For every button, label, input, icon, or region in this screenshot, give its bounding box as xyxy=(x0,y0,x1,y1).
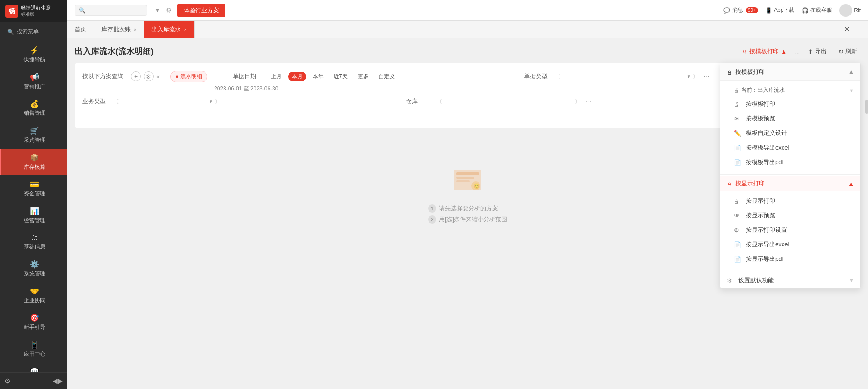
tab-flow-close[interactable]: × xyxy=(184,27,186,32)
search-menu-label: 搜索菜单 xyxy=(17,28,39,35)
sidebar-item-wechat[interactable]: 💬 企业微信 xyxy=(0,363,67,372)
dropdown-display-pdf[interactable]: 📄 按显示导出pdf xyxy=(720,252,860,266)
tab-expand-btn[interactable]: ⛶ xyxy=(853,24,864,35)
tab-flow-label: 出入库流水 xyxy=(151,25,181,34)
tab-flow[interactable]: 出入库流水 × xyxy=(144,21,194,38)
dropdown-display-print[interactable]: 🖨 按显示打印 xyxy=(720,194,860,208)
header-gear-icon[interactable]: ⚙ xyxy=(166,6,172,15)
settings-small-icon: ⚙ xyxy=(146,73,151,80)
sidebar-item-app[interactable]: 📱 应用中心 xyxy=(0,336,67,363)
sidebar-item-inventory[interactable]: 📦 库存核算 xyxy=(0,149,67,175)
app-download-label: App下载 xyxy=(774,6,794,14)
date-shortcut-this-month[interactable]: 本月 xyxy=(288,72,306,81)
dropdown-display-header[interactable]: 🖨 按显示打印 ▲ xyxy=(720,176,860,191)
tip-text-1: 请先选择要分析的方案 xyxy=(439,204,498,213)
print-template-btn[interactable]: 🖨 按模板打印 ▲ xyxy=(738,45,790,57)
refresh-btn[interactable]: ↻ 刷新 xyxy=(835,45,861,57)
settings-footer-icon[interactable]: ⚙ xyxy=(5,377,10,384)
tab-batch-account[interactable]: 库存批次账 × xyxy=(94,21,144,38)
sidebar-item-basic[interactable]: 🗂 基础信息 xyxy=(0,229,67,255)
top-header: 🔍 ▼ ⚙ 体验行业方案 💬 消息 99+ 📱 App下载 🎧 在线客服 Rit xyxy=(67,0,868,21)
industry-btn[interactable]: 体验行业方案 xyxy=(177,4,225,17)
main-area: 🔍 ▼ ⚙ 体验行业方案 💬 消息 99+ 📱 App下载 🎧 在线客服 Rit xyxy=(67,0,868,389)
refresh-label: 刷新 xyxy=(845,47,857,55)
sidebar-item-label: 经营管理 xyxy=(24,217,45,224)
default-func-arrow: ▼ xyxy=(849,278,854,283)
warehouse-select[interactable] xyxy=(440,99,577,104)
sidebar-item-label: 应用中心 xyxy=(24,350,45,358)
sales-icon: 💰 xyxy=(30,100,39,108)
sidebar-item-label: 系统管理 xyxy=(24,270,45,278)
app-download-btn[interactable]: 📱 App下载 xyxy=(765,6,794,14)
app-icon: 📱 xyxy=(30,340,39,349)
sidebar-item-guide[interactable]: 🎯 新手引导 xyxy=(0,309,67,336)
tip-text-2: 用[选]条件来缩小分析范围 xyxy=(439,215,507,224)
filter-add-btn[interactable]: + xyxy=(131,71,141,81)
dropdown-template-preview[interactable]: 👁 按模板预览 xyxy=(720,111,860,126)
export-icon: ⬆ xyxy=(808,48,813,55)
date-shortcut-this-year[interactable]: 本年 xyxy=(309,72,327,81)
filter-collapse-btn[interactable]: « xyxy=(156,73,160,80)
header-search-box[interactable]: 🔍 xyxy=(75,5,147,16)
svg-rect-2 xyxy=(456,177,474,179)
page-header: 出入库流水(流水明细) 🖨 按模板打印 ▲ ... ⬆ 导出 ↻ 刷新 xyxy=(75,45,861,57)
date-shortcut-custom[interactable]: 自定义 xyxy=(375,72,399,81)
header-search-icon: 🔍 xyxy=(79,7,85,14)
filter-settings-btn[interactable]: ⚙ xyxy=(144,71,154,81)
dropdown-display-settings[interactable]: ⚙ 按显示打印设置 xyxy=(720,223,860,237)
export-btn[interactable]: ⬆ 导出 xyxy=(804,45,830,57)
online-service-label: 在线客服 xyxy=(810,6,832,14)
sidebar-item-finance[interactable]: 💳 资金管理 xyxy=(0,175,67,202)
filter-scheme-label: 按以下方案查询 xyxy=(82,72,124,80)
dropdown-close-icon[interactable]: ▲ xyxy=(848,69,854,75)
date-shortcut-more[interactable]: 更多 xyxy=(354,72,372,81)
tab-batch-account-label: 库存批次账 xyxy=(101,25,131,34)
header-dropdown-arrow[interactable]: ▼ xyxy=(155,7,160,14)
date-range-display: 2023-06-01 至 2023-06-30 xyxy=(214,85,278,92)
print-template-label: 按模板打印 xyxy=(749,47,779,55)
inventory-icon: 📦 xyxy=(30,153,39,162)
doc-type-more[interactable]: ··· xyxy=(704,72,710,80)
message-btn[interactable]: 💬 消息 99+ xyxy=(723,6,758,14)
sidebar-item-cooperation[interactable]: 🤝 企业协同 xyxy=(0,282,67,309)
user-avatar-btn[interactable]: Rit xyxy=(839,4,861,17)
sidebar-item-purchase[interactable]: 🛒 采购管理 xyxy=(0,122,67,149)
sidebar-item-operations[interactable]: 📊 经营管理 xyxy=(0,202,67,229)
sidebar-search-area: 🔍 搜索菜单 xyxy=(0,22,67,41)
online-service-btn[interactable]: 🎧 在线客服 xyxy=(802,6,832,14)
tab-home[interactable]: 首页 xyxy=(67,21,94,38)
dropdown-template-print[interactable]: 🖨 按模板打印 xyxy=(720,97,860,111)
sidebar-item-quick-nav[interactable]: ⚡ 快捷导航 xyxy=(0,41,67,68)
tabs-right: ✕ ⛶ xyxy=(842,23,868,35)
biz-type-select[interactable] xyxy=(117,99,217,104)
dropdown-template-pdf[interactable]: 📄 按模板导出pdf xyxy=(720,155,860,170)
dropdown-display-preview[interactable]: 👁 按显示预览 xyxy=(720,208,860,223)
filter-tag[interactable]: ● 流水明细 xyxy=(170,71,207,82)
dropdown-display-excel[interactable]: 📄 按显示导出excel xyxy=(720,237,860,252)
date-shortcut-last-month[interactable]: 上月 xyxy=(267,72,285,81)
warehouse-more[interactable]: ··· xyxy=(586,97,592,105)
date-shortcut-7days[interactable]: 近7天 xyxy=(330,72,351,81)
dropdown-default-func[interactable]: ⚙ 设置默认功能 ▼ xyxy=(720,273,860,288)
search-menu-btn[interactable]: 🔍 搜索菜单 xyxy=(5,26,63,37)
page-content: 出入库流水(流水明细) 🖨 按模板打印 ▲ ... ⬆ 导出 ↻ 刷新 xyxy=(67,38,868,389)
print-dropdown-arrow[interactable]: ▲ xyxy=(781,48,787,55)
doc-type-select[interactable] xyxy=(559,74,695,79)
sidebar-item-marketing[interactable]: 📢 营销推广 xyxy=(0,68,67,95)
collapse-sidebar-icon[interactable]: ◀▶ xyxy=(53,377,63,384)
dropdown-template-excel[interactable]: 📄 按模板导出excel xyxy=(720,140,860,155)
sidebar-item-sales[interactable]: 💰 销售管理 xyxy=(0,95,67,122)
dropdown-template-custom[interactable]: ✏️ 模板自定义设计 xyxy=(720,126,860,140)
current-dropdown-arrow: ▼ xyxy=(849,88,854,93)
sidebar-item-system[interactable]: ⚙️ 系统管理 xyxy=(0,255,67,282)
svg-text:😊: 😊 xyxy=(474,183,480,189)
dropdown-template-section: 🖨 当前：出入库流水 ▼ 🖨 按模板打印 👁 按模板预览 xyxy=(720,81,860,172)
sidebar-item-label: 基础信息 xyxy=(24,243,45,251)
header-right: 💬 消息 99+ 📱 App下载 🎧 在线客服 Rit xyxy=(723,4,861,17)
tab-batch-account-close[interactable]: × xyxy=(134,27,136,32)
display-header-icon: 🖨 xyxy=(727,180,733,187)
tab-close-all-btn[interactable]: ✕ xyxy=(842,23,852,35)
sidebar-logo: 畅 畅捷通好生意 标准版 xyxy=(0,0,67,22)
message-badge: 99+ xyxy=(746,7,758,13)
empty-tips: 1 请先选择要分析的方案 2 用[选]条件来缩小分析范围 xyxy=(428,204,507,226)
